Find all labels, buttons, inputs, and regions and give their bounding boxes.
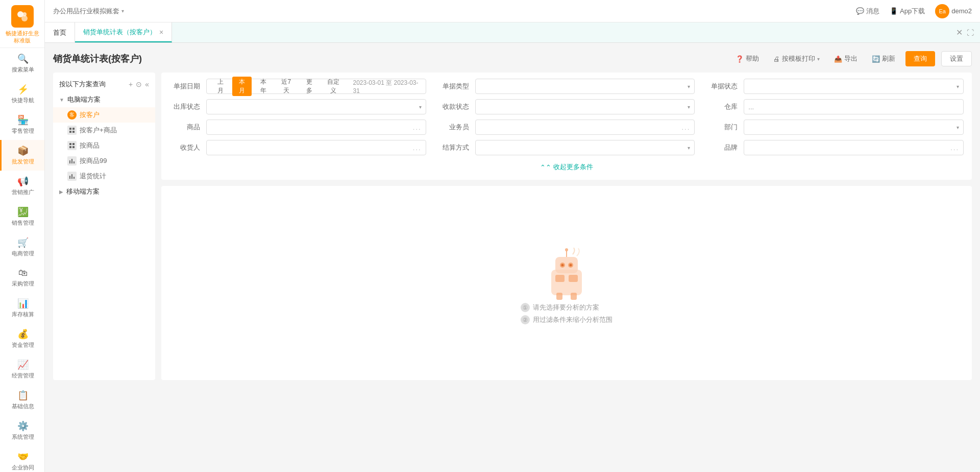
- basic-icon: 📋: [17, 390, 29, 401]
- plan-edit-icon[interactable]: ⊙: [136, 80, 142, 88]
- sidebar-item-finance[interactable]: 💰 资金管理: [0, 323, 44, 354]
- date-filter[interactable]: 上月 本月 本年 近7天 更多 自定义 2023-03-01 至 2023-03…: [206, 79, 426, 94]
- svg-rect-12: [71, 159, 72, 163]
- goods-label: 商品: [169, 123, 200, 132]
- breadcrumb-dropdown[interactable]: 办公用品行业模拟账套 ▾: [53, 7, 124, 16]
- plan-add-icon[interactable]: +: [129, 80, 133, 88]
- empty-tip-1: ① 请先选择要分析的方案: [521, 303, 599, 312]
- payment-method-filter[interactable]: ▾: [475, 140, 695, 155]
- svg-rect-21: [571, 293, 577, 300]
- tab-close-icon[interactable]: ×: [159, 29, 163, 36]
- salesman-label: 业务员: [438, 123, 469, 132]
- date-btn-this-month[interactable]: 本月: [232, 77, 252, 96]
- app-download-button[interactable]: 📱 App下载: [890, 7, 925, 16]
- plan-collapse-icon[interactable]: «: [145, 80, 149, 88]
- plan-group-mobile-title[interactable]: ▶ 移动端方案: [53, 184, 155, 199]
- message-button[interactable]: 💬 消息: [856, 7, 879, 16]
- plan-item-goods-99[interactable]: 按商品99: [53, 153, 155, 169]
- plan-item-goods-icon: [67, 141, 77, 150]
- date-range-text: 2023-03-01 至 2023-03-31: [353, 79, 421, 95]
- date-btn-custom[interactable]: 自定义: [321, 77, 346, 96]
- export-button[interactable]: 📤 导出: [830, 52, 862, 65]
- sidebar-item-retail[interactable]: 🏪 零售管理: [0, 109, 44, 140]
- sidebar-item-inventory[interactable]: 📊 库存核算: [0, 293, 44, 323]
- order-status-filter[interactable]: ▾: [744, 79, 964, 94]
- tab-home[interactable]: 首页: [45, 22, 75, 42]
- tab-close-window-icon[interactable]: ✕: [956, 28, 963, 37]
- plan-item-by-customer[interactable]: 客 按客户: [53, 107, 155, 123]
- filter-panel: 单据日期 上月 本月 本年 近7天 更多 自定义 2023-03-01 至 20…: [161, 73, 972, 180]
- collapse-button[interactable]: ⌃⌃ 收起更多条件: [534, 160, 599, 174]
- sidebar-item-system[interactable]: ⚙️ 系统管理: [0, 415, 44, 446]
- export-icon: 📤: [834, 55, 842, 63]
- sidebar-item-wholesale[interactable]: 📦 批发管理: [0, 140, 44, 171]
- brand-filter[interactable]: ...: [744, 140, 964, 155]
- tab-expand-icon[interactable]: ⛶: [967, 29, 974, 37]
- plan-panel-header: 按以下方案查询 + ⊙ «: [53, 77, 155, 92]
- home-tab-label: 首页: [53, 28, 66, 37]
- main-area: 办公用品行业模拟账套 ▾ 💬 消息 📱 App下载 Ea demo2 首页: [45, 0, 980, 472]
- sidebar-quick-nav[interactable]: ⚡ 快捷导航: [0, 79, 44, 109]
- plan-item-by-goods[interactable]: 按商品: [53, 138, 155, 153]
- header-right: 💬 消息 📱 App下载 Ea demo2: [856, 4, 972, 18]
- order-type-filter[interactable]: ▾: [475, 79, 695, 94]
- mobile-group-arrow-icon: ▶: [59, 189, 63, 195]
- goods-filter[interactable]: ...: [206, 120, 426, 135]
- brand-dots: ...: [950, 144, 959, 152]
- logo-area: 畅捷通好生意 标准版: [0, 0, 44, 48]
- plan-item-chart-icon: [67, 156, 77, 166]
- page-header: 销货单统计表(按客户) ❓ 帮助 🖨 按模板打印 ▾ 📤 导出 🔄 刷新: [53, 51, 972, 66]
- dept-filter[interactable]: ▾: [744, 120, 964, 135]
- setting-button[interactable]: 设置: [941, 51, 972, 66]
- sidebar-item-marketing[interactable]: 📢 营销推广: [0, 171, 44, 201]
- receiver-filter[interactable]: ...: [206, 140, 426, 155]
- print-button[interactable]: 🖨 按模板打印 ▾: [769, 52, 824, 65]
- dept-arrow-icon: ▾: [957, 125, 959, 130]
- sidebar-search-menu[interactable]: 🔍 搜索菜单: [0, 48, 44, 79]
- order-type-arrow-icon: ▾: [688, 84, 690, 89]
- download-icon: 📱: [890, 7, 898, 15]
- sidebar-item-purchase[interactable]: 🛍 采购管理: [0, 263, 44, 293]
- search-icon: 🔍: [17, 53, 29, 64]
- plan-item-return-stat[interactable]: 退货统计: [53, 169, 155, 184]
- stock-out-filter[interactable]: ▾: [206, 99, 426, 114]
- marketing-icon: 📢: [17, 176, 29, 187]
- query-button[interactable]: 查询: [905, 51, 935, 66]
- date-btn-7days[interactable]: 近7天: [275, 77, 298, 96]
- right-content: 单据日期 上月 本月 本年 近7天 更多 自定义 2023-03-01 至 20…: [161, 73, 972, 380]
- step-1-icon: ①: [521, 303, 530, 312]
- refresh-button[interactable]: 🔄 刷新: [868, 52, 899, 65]
- date-btn-this-year[interactable]: 本年: [254, 77, 273, 96]
- plan-item-customer-icon: 客: [67, 110, 77, 120]
- warehouse-dots: ...: [748, 103, 754, 111]
- quick-nav-icon: ⚡: [17, 84, 29, 95]
- sidebar-item-ecommerce[interactable]: 🛒 电商管理: [0, 232, 44, 263]
- sidebar-item-enterprise[interactable]: 🤝 企业协同: [0, 446, 44, 472]
- goods-dots: ...: [413, 124, 422, 131]
- payment-filter[interactable]: ▾: [475, 99, 695, 114]
- sidebar-item-operations[interactable]: 📈 经营管理: [0, 354, 44, 385]
- sidebar-item-sales[interactable]: 💹 销售管理: [0, 201, 44, 232]
- top-header: 办公用品行业模拟账套 ▾ 💬 消息 📱 App下载 Ea demo2: [45, 0, 980, 22]
- inventory-icon: 📊: [17, 298, 29, 309]
- svg-point-2: [22, 12, 27, 16]
- plan-group-pc-title[interactable]: ▼ 电脑端方案: [53, 92, 155, 107]
- sidebar-item-basic[interactable]: 📋 基础信息: [0, 385, 44, 415]
- help-button[interactable]: ❓ 帮助: [731, 52, 763, 65]
- svg-rect-9: [69, 146, 71, 148]
- filter-row-2: 出库状态 ▾ 收款状态 ▾ 仓库 ...: [169, 99, 964, 114]
- wholesale-icon: 📦: [17, 145, 29, 156]
- filter-row-3: 商品 ... 业务员 ... 部门 ▾: [169, 120, 964, 135]
- salesman-filter[interactable]: ...: [475, 120, 695, 135]
- svg-rect-8: [72, 143, 75, 145]
- tab-sales-stat[interactable]: 销货单统计表（按客户） ×: [75, 22, 172, 42]
- tab-bar: 首页 销货单统计表（按客户） × ✕ ⛶: [45, 22, 980, 43]
- user-profile[interactable]: Ea demo2: [935, 4, 972, 18]
- date-btn-last-month[interactable]: 上月: [211, 77, 230, 96]
- plan-item-customer-goods[interactable]: 按客户+商品: [53, 123, 155, 138]
- payment-label: 收款状态: [438, 102, 469, 111]
- sales-stat-tab-label: 销货单统计表（按客户）: [83, 28, 156, 37]
- date-btn-more[interactable]: 更多: [300, 77, 319, 96]
- plan-group-mobile-label: 移动端方案: [66, 187, 100, 196]
- warehouse-filter[interactable]: ...: [744, 99, 964, 114]
